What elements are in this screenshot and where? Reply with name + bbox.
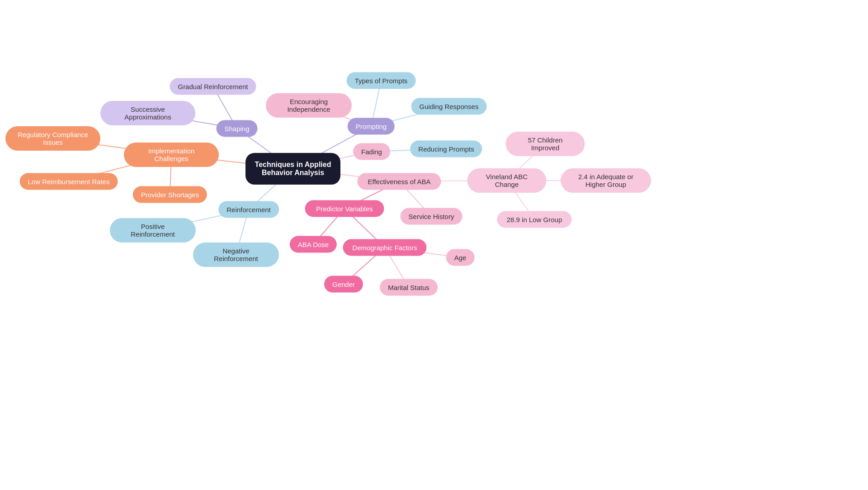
node-negative_reinforcement[interactable]: Negative Reinforcement [193,243,279,267]
node-predictor_variables[interactable]: Predictor Variables [305,200,384,217]
node-label-guiding_responses: Guiding Responses [420,103,479,110]
node-label-shaping: Shaping [224,125,249,133]
node-label-demographic_factors: Demographic Factors [352,244,417,252]
node-label-reinforcement: Reinforcement [226,206,271,214]
node-label-adequate_higher: 2.4 in Adequate or Higher Group [569,173,643,188]
node-label-implementation_challenges: Implementation Challenges [132,147,211,162]
node-label-marital_status: Marital Status [388,284,429,291]
node-label-fading: Fading [361,148,382,156]
node-label-prompting: Prompting [356,123,387,130]
node-low_reimbursement[interactable]: Low Reimbursement Rates [20,173,118,190]
node-label-gender: Gender [332,281,355,288]
connection-lines [0,0,868,490]
node-label-reducing_prompts: Reducing Prompts [418,145,474,153]
node-adequate_higher[interactable]: 2.4 in Adequate or Higher Group [561,168,651,193]
node-low_group[interactable]: 28.9 in Low Group [497,211,572,228]
node-implementation_challenges[interactable]: Implementation Challenges [124,143,219,167]
node-reinforcement[interactable]: Reinforcement [218,201,279,218]
node-age[interactable]: Age [446,249,475,266]
node-fading[interactable]: Fading [353,143,390,160]
node-prompting[interactable]: Prompting [348,118,395,135]
node-shaping[interactable]: Shaping [216,120,257,137]
node-guiding_responses[interactable]: Guiding Responses [411,98,487,115]
node-children_improved[interactable]: 57 Children Improved [506,132,585,156]
node-provider_shortages[interactable]: Provider Shortages [133,186,207,203]
node-label-types_of_prompts: Types of Prompts [355,77,408,85]
node-label-age: Age [454,254,467,262]
node-marital_status[interactable]: Marital Status [380,279,438,296]
node-label-children_improved: 57 Children Improved [514,136,577,152]
node-positive_reinforcement[interactable]: Positive Reinforcement [110,218,196,243]
node-label-gradual_reinforcement: Gradual Reinforcement [178,83,248,90]
node-gradual_reinforcement[interactable]: Gradual Reinforcement [170,78,256,95]
node-effectiveness_of_aba[interactable]: Effectiveness of ABA [358,173,441,190]
node-label-service_history: Service History [409,213,454,220]
node-label-effectiveness_of_aba: Effectiveness of ABA [368,178,431,186]
node-label-aba_dose: ABA Dose [298,241,329,248]
node-label-encouraging_independence: Encouraging Independence [274,98,344,113]
node-successive_approximations[interactable]: Successive Approximations [100,101,195,125]
node-service_history[interactable]: Service History [401,208,462,225]
node-label-vineland_abc: Vineland ABC Change [476,173,538,188]
node-gender[interactable]: Gender [324,276,363,293]
node-label-provider_shortages: Provider Shortages [141,191,199,199]
node-center[interactable]: Techniques in Applied Behavior Analysis [245,153,340,185]
mindmap-container: Techniques in Applied Behavior AnalysisI… [0,0,868,490]
node-label-predictor_variables: Predictor Variables [316,205,373,213]
node-demographic_factors[interactable]: Demographic Factors [343,239,427,256]
node-label-low_group: 28.9 in Low Group [507,216,562,224]
node-label-regulatory_compliance: Regulatory Compliance Issues [14,131,92,146]
node-regulatory_compliance[interactable]: Regulatory Compliance Issues [5,126,100,151]
node-label-low_reimbursement: Low Reimbursement Rates [28,178,110,186]
node-reducing_prompts[interactable]: Reducing Prompts [410,141,482,157]
node-types_of_prompts[interactable]: Types of Prompts [347,72,416,89]
node-label-successive_approximations: Successive Approximations [108,105,187,121]
node-aba_dose[interactable]: ABA Dose [290,236,337,253]
node-encouraging_independence[interactable]: Encouraging Independence [266,93,352,118]
node-vineland_abc[interactable]: Vineland ABC Change [467,168,547,193]
node-label-center: Techniques in Applied Behavior Analysis [254,161,332,177]
node-label-positive_reinforcement: Positive Reinforcement [118,223,188,238]
node-label-negative_reinforcement: Negative Reinforcement [201,247,271,262]
